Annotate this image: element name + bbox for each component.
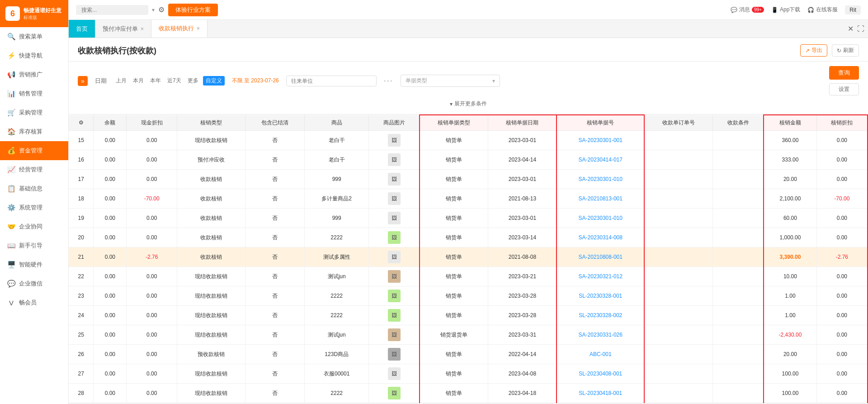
- tab-prepay-close[interactable]: ×: [141, 26, 144, 32]
- row-order-no: [644, 170, 713, 189]
- row-id: 20: [69, 228, 94, 247]
- tab-close-all-icon[interactable]: ✕: [848, 24, 854, 33]
- finance-icon: 💰: [7, 147, 15, 155]
- chevron-down-icon[interactable]: ▾: [152, 7, 155, 13]
- row-amount: 10.00: [764, 267, 816, 286]
- settings-button[interactable]: 设置: [829, 83, 859, 95]
- row-amount: 1.00: [764, 286, 816, 306]
- doc-no-link[interactable]: SL-20230328-002: [579, 312, 622, 318]
- tab-prepay[interactable]: 预付冲应付单 ×: [95, 20, 151, 38]
- row-doc-type: 销货单: [420, 170, 488, 189]
- row-included: 否: [245, 345, 304, 364]
- sidebar-item-search[interactable]: 🔍 搜索菜单: [0, 27, 68, 46]
- row-doc-type: 销货单: [420, 150, 488, 170]
- online-service-button[interactable]: 🎧 在线客服: [807, 6, 838, 14]
- tab-verify[interactable]: 收款核销执行 ×: [151, 20, 208, 38]
- doc-no-link[interactable]: SL-20230408-001: [579, 371, 622, 377]
- row-id: 25: [69, 325, 94, 345]
- row-amount: 100.00: [764, 364, 816, 384]
- row-amount: 333.00: [764, 150, 816, 170]
- sidebar-item-sales[interactable]: 📊 销售管理: [0, 84, 68, 103]
- col-settings[interactable]: ⚙: [69, 115, 94, 131]
- sidebar-item-guide[interactable]: 📖 新手引导: [0, 236, 68, 255]
- message-button[interactable]: 💬 消息 99+: [731, 6, 764, 14]
- doc-type-select[interactable]: 单据类型 ▾: [401, 75, 500, 87]
- row-goods: 多计量商品2: [305, 189, 369, 209]
- gear-icon[interactable]: ⚙: [158, 5, 165, 14]
- tab-home[interactable]: 首页: [69, 20, 95, 38]
- query-button[interactable]: 查询: [829, 66, 859, 80]
- last-month-link[interactable]: 上月: [114, 76, 128, 86]
- basics-icon: 📋: [7, 185, 15, 193]
- row-doc-date: 2023-03-01: [488, 131, 557, 150]
- this-year-link[interactable]: 本年: [148, 76, 163, 86]
- date-links: 上月 本月 本年 近7天 更多 自定义: [114, 76, 225, 86]
- row-order-no: [644, 384, 713, 403]
- doc-no-link[interactable]: SA-20210813-001: [579, 195, 623, 202]
- row-included: 否: [245, 247, 304, 267]
- row-included: 否: [245, 267, 304, 286]
- row-verify-type: 现结收款核销: [177, 364, 245, 384]
- row-doc-date: 2023-03-21: [488, 267, 557, 286]
- trial-button[interactable]: 体验行业方案: [168, 4, 218, 16]
- custom-date-link[interactable]: 自定义: [203, 76, 225, 86]
- row-goods: 2222: [305, 306, 369, 325]
- doc-no-link[interactable]: SA-20230321-012: [579, 273, 623, 280]
- tab-maximize-icon[interactable]: ⛶: [857, 25, 864, 33]
- doc-no-link[interactable]: SA-20230314-008: [579, 234, 623, 241]
- row-doc-type: 销货退货单: [420, 325, 488, 345]
- this-month-link[interactable]: 本月: [131, 76, 146, 86]
- content-area: 收款核销执行(按收款) ↗ 导出 ↻ 刷新 » 日期 上月 本月: [69, 38, 868, 404]
- expand-more-button[interactable]: ▾ 展开更多条件: [78, 98, 859, 109]
- filter-expand-button[interactable]: »: [78, 76, 88, 86]
- doc-no-link[interactable]: SL-20230418-001: [579, 390, 622, 396]
- last-7-days-link[interactable]: 近7天: [165, 76, 183, 86]
- row-order-no: [644, 150, 713, 170]
- logo-text: 畅捷通谱好生意 标准版: [24, 7, 61, 21]
- row-verify-type: 收款核销: [177, 189, 245, 209]
- table-row: 15 0.00 0.00 现结收款核销 否 老白干 🖼 销货单 2023-03-…: [69, 131, 868, 150]
- sidebar-item-purchase[interactable]: 🛒 采购管理: [0, 103, 68, 122]
- sidebar-item-collab[interactable]: 🤝 企业协同: [0, 217, 68, 236]
- partner-input[interactable]: [286, 76, 377, 86]
- more-options-icon[interactable]: ···: [384, 76, 393, 86]
- refresh-button[interactable]: ↻ 刷新: [832, 44, 859, 57]
- doc-no-link[interactable]: SA-20230301-001: [579, 137, 623, 143]
- tab-verify-close[interactable]: ×: [197, 25, 200, 32]
- date-range-display: 不限 至 2023-07-26: [232, 77, 279, 85]
- sidebar-item-system[interactable]: ⚙️ 系统管理: [0, 198, 68, 217]
- row-doc-no: SA-20230301-010: [557, 170, 644, 189]
- sidebar-item-quick-nav[interactable]: ⚡ 快捷导航: [0, 46, 68, 65]
- row-id: 28: [69, 384, 94, 403]
- sidebar-item-basics[interactable]: 📋 基础信息: [0, 179, 68, 198]
- sidebar-item-operations[interactable]: 📈 经营管理: [0, 160, 68, 179]
- doc-no-link[interactable]: SA-20230301-010: [579, 215, 623, 221]
- doc-no-link[interactable]: SA-20210808-001: [579, 254, 623, 260]
- user-profile[interactable]: Rit: [845, 5, 861, 14]
- table-row: 27 0.00 0.00 现结收款核销 否 衣服00001 🖼 销货单 2023…: [69, 364, 868, 384]
- search-input[interactable]: [76, 5, 148, 15]
- row-order-no: [644, 345, 713, 364]
- row-balance: 0.00: [94, 267, 127, 286]
- inventory-icon: 🏠: [7, 128, 15, 136]
- row-balance: 0.00: [94, 131, 127, 150]
- doc-no-link[interactable]: SA-20230331-026: [579, 332, 623, 338]
- tab-home-label: 首页: [76, 25, 88, 33]
- doc-no-link[interactable]: ABC-001: [590, 351, 612, 357]
- more-date-link[interactable]: 更多: [186, 76, 200, 86]
- sidebar-item-vip[interactable]: V 畅会员: [0, 293, 68, 312]
- export-button[interactable]: ↗ 导出: [800, 44, 827, 57]
- row-payment-cond: [713, 189, 764, 209]
- row-cash-discount: 0.00: [127, 286, 177, 306]
- sidebar-item-finance[interactable]: 💰 资金管理: [0, 141, 68, 160]
- doc-no-link[interactable]: SA-20230414-017: [579, 157, 623, 163]
- sidebar-item-marketing[interactable]: 📢 营销推广: [0, 65, 68, 84]
- main-area: ▾ ⚙ 体验行业方案 💬 消息 99+ 📱 App下载 🎧 在线客服 Rit: [69, 0, 868, 404]
- sidebar-item-hardware[interactable]: 🖥️ 智能硬件: [0, 255, 68, 274]
- doc-no-link[interactable]: SL-20230328-001: [579, 293, 622, 299]
- row-cash-discount: 0.00: [127, 267, 177, 286]
- sidebar-item-wechat[interactable]: 💬 企业微信: [0, 274, 68, 293]
- doc-no-link[interactable]: SA-20230301-010: [579, 176, 623, 182]
- sidebar-item-inventory[interactable]: 🏠 库存核算: [0, 122, 68, 141]
- app-download-button[interactable]: 📱 App下载: [771, 6, 800, 14]
